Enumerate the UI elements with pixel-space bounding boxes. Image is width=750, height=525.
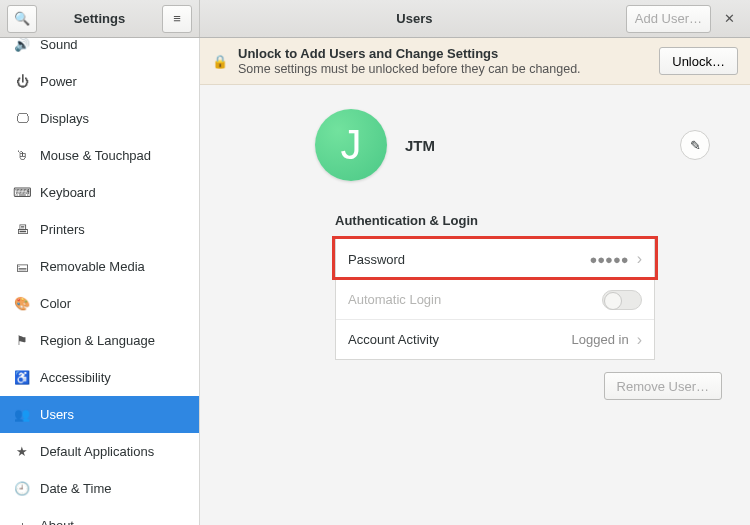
clock-icon: 🕘 — [12, 481, 32, 496]
sidebar: 🔊Sound⏻Power🖵Displays🖰Mouse & Touchpad⌨K… — [0, 38, 200, 525]
users-icon: 👥 — [12, 407, 32, 422]
sidebar-item-about[interactable]: ＋About — [0, 507, 199, 525]
sidebar-item-label: Sound — [40, 38, 78, 52]
sidebar-item-label: Default Applications — [40, 444, 154, 459]
sidebar-item-label: Users — [40, 407, 74, 422]
avatar: J — [315, 109, 387, 181]
menu-button[interactable]: ≡ — [162, 5, 192, 33]
lock-icon: 🔒 — [212, 54, 228, 69]
main-panel: 🔒 Unlock to Add Users and Change Setting… — [200, 38, 750, 525]
sidebar-item-label: About — [40, 518, 74, 525]
sidebar-item-color[interactable]: 🎨Color — [0, 285, 199, 322]
power-icon: ⏻ — [12, 74, 32, 89]
account-activity-row[interactable]: Account Activity Logged in › — [336, 319, 654, 359]
sidebar-item-label: Printers — [40, 222, 85, 237]
automatic-login-switch — [602, 290, 642, 310]
sidebar-item-label: Date & Time — [40, 481, 112, 496]
sidebar-item-power[interactable]: ⏻Power — [0, 63, 199, 100]
sidebar-item-label: Keyboard — [40, 185, 96, 200]
sidebar-item-date-time[interactable]: 🕘Date & Time — [0, 470, 199, 507]
star-icon: ★ — [12, 444, 32, 459]
password-row-label: Password — [348, 252, 589, 267]
keyboard-icon: ⌨ — [12, 185, 32, 200]
search-button[interactable]: 🔍 — [7, 5, 37, 33]
a11y-icon: ♿ — [12, 370, 32, 385]
menu-icon: ≡ — [173, 11, 181, 26]
sidebar-item-label: Removable Media — [40, 259, 145, 274]
close-icon: ✕ — [724, 11, 735, 26]
sidebar-item-keyboard[interactable]: ⌨Keyboard — [0, 174, 199, 211]
unlock-button[interactable]: Unlock… — [659, 47, 738, 75]
chevron-right-icon: › — [637, 250, 642, 268]
password-row[interactable]: Password ●●●●● › — [336, 239, 654, 279]
sidebar-item-accessibility[interactable]: ♿Accessibility — [0, 359, 199, 396]
sidebar-item-label: Accessibility — [40, 370, 111, 385]
settings-title: Settings — [39, 11, 160, 26]
sidebar-item-label: Displays — [40, 111, 89, 126]
printer-icon: 🖶 — [12, 222, 32, 237]
display-icon: 🖵 — [12, 111, 32, 126]
remove-user-button[interactable]: Remove User… — [604, 372, 722, 400]
sidebar-item-default-applications[interactable]: ★Default Applications — [0, 433, 199, 470]
sidebar-item-label: Color — [40, 296, 71, 311]
unlock-infobar: 🔒 Unlock to Add Users and Change Setting… — [200, 38, 750, 85]
auth-section-heading: Authentication & Login — [335, 213, 730, 228]
sidebar-item-sound[interactable]: 🔊Sound — [0, 38, 199, 63]
account-activity-row-label: Account Activity — [348, 332, 572, 347]
panel-title: Users — [205, 11, 624, 26]
sound-icon: 🔊 — [12, 38, 32, 52]
edit-user-button[interactable]: ✎ — [680, 130, 710, 160]
sidebar-item-label: Mouse & Touchpad — [40, 148, 151, 163]
mouse-icon: 🖰 — [12, 148, 32, 163]
chevron-right-icon: › — [637, 331, 642, 349]
pencil-icon: ✎ — [690, 138, 701, 153]
password-row-value: ●●●●● — [589, 252, 628, 267]
automatic-login-row-label: Automatic Login — [348, 292, 602, 307]
flag-icon: ⚑ — [12, 333, 32, 348]
sidebar-item-label: Region & Language — [40, 333, 155, 348]
sidebar-item-label: Power — [40, 74, 77, 89]
auth-listbox: Password ●●●●● › Automatic Login Account… — [335, 238, 655, 360]
account-activity-row-value: Logged in — [572, 332, 629, 347]
close-button[interactable]: ✕ — [715, 5, 743, 33]
user-display-name: JTM — [405, 137, 435, 154]
plus-icon: ＋ — [12, 517, 32, 526]
header-bar: 🔍 Settings ≡ Users Add User… ✕ — [0, 0, 750, 38]
infobar-subtitle: Some settings must be unlocked before th… — [238, 62, 581, 76]
sidebar-item-removable-media[interactable]: 🖴Removable Media — [0, 248, 199, 285]
infobar-title: Unlock to Add Users and Change Settings — [238, 46, 581, 61]
add-user-button[interactable]: Add User… — [626, 5, 711, 33]
sidebar-item-printers[interactable]: 🖶Printers — [0, 211, 199, 248]
automatic-login-row: Automatic Login — [336, 279, 654, 319]
sidebar-item-mouse-touchpad[interactable]: 🖰Mouse & Touchpad — [0, 137, 199, 174]
drive-icon: 🖴 — [12, 259, 32, 274]
sidebar-item-displays[interactable]: 🖵Displays — [0, 100, 199, 137]
sidebar-item-users[interactable]: 👥Users — [0, 396, 199, 433]
sidebar-item-region-language[interactable]: ⚑Region & Language — [0, 322, 199, 359]
search-icon: 🔍 — [14, 11, 30, 26]
color-icon: 🎨 — [12, 296, 32, 311]
